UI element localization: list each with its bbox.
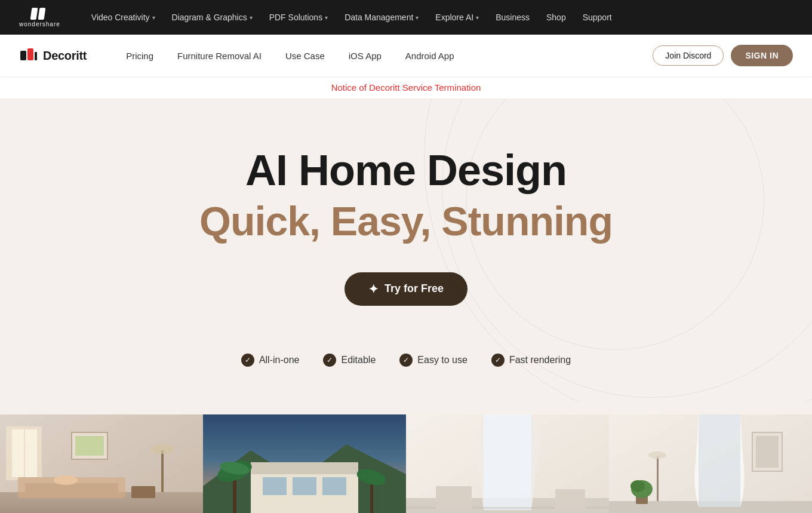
nav-pdf-solutions[interactable]: PDF Solutions ▾ <box>262 9 335 26</box>
chevron-icon: ▾ <box>476 14 479 21</box>
svg-rect-1 <box>27 48 33 60</box>
hero-title: AI Home Design <box>12 147 800 194</box>
wondershare-logo[interactable]: wondershare <box>19 8 60 27</box>
svg-point-47 <box>630 480 645 492</box>
sparkle-icon: ✦ <box>368 282 379 296</box>
svg-rect-2 <box>35 52 37 60</box>
gallery-image-2 <box>203 414 406 513</box>
svg-rect-40 <box>699 414 740 507</box>
gallery-item <box>203 414 406 513</box>
gallery-item <box>0 414 203 513</box>
feature-label: All-in-one <box>259 355 300 365</box>
room-svg-3 <box>406 414 609 513</box>
nav-data-management[interactable]: Data Management ▾ <box>337 9 426 26</box>
svg-rect-37 <box>555 489 585 510</box>
check-icon: ✓ <box>399 354 413 367</box>
features-row: ✓ All-in-one ✓ Editable ✓ Easy to use ✓ … <box>12 354 800 367</box>
nav-android-app[interactable]: Android App <box>396 46 464 66</box>
chevron-icon: ▾ <box>416 14 419 21</box>
nav-shop[interactable]: Shop <box>539 9 573 26</box>
room-svg-1 <box>0 414 203 513</box>
feature-label: Editable <box>341 355 376 365</box>
feature-label: Fast rendering <box>509 355 571 365</box>
check-icon: ✓ <box>491 354 505 367</box>
hero-section: AI Home Design Quick, Easy, Stunning ✦ T… <box>0 99 812 403</box>
notice-banner[interactable]: Notice of Decoritt Service Termination <box>0 76 812 99</box>
hero-subtitle: Quick, Easy, Stunning <box>12 199 800 244</box>
wondershare-logo-icon <box>31 8 48 20</box>
gallery <box>0 414 812 513</box>
chevron-icon: ▾ <box>250 14 253 21</box>
svg-rect-36 <box>436 486 472 510</box>
feature-all-in-one: ✓ All-in-one <box>241 354 300 367</box>
svg-rect-28 <box>370 480 373 513</box>
nav-explore-ai[interactable]: Explore AI ▾ <box>428 9 486 26</box>
svg-rect-44 <box>756 436 779 468</box>
notice-text: Notice of Decoritt Service Termination <box>331 82 481 93</box>
chevron-icon: ▾ <box>325 14 328 21</box>
svg-point-12 <box>54 475 78 485</box>
nav-video-creativity[interactable]: Video Creativity ▾ <box>84 9 162 26</box>
room-svg-4 <box>609 414 812 513</box>
svg-rect-11 <box>118 479 125 492</box>
gallery-image-4 <box>609 414 812 513</box>
svg-rect-13 <box>131 486 155 498</box>
nav-ios-app[interactable]: iOS App <box>339 46 391 66</box>
gallery-item <box>406 414 609 513</box>
top-nav-items: Video Creativity ▾ Diagram & Graphics ▾ … <box>84 9 793 26</box>
svg-rect-0 <box>20 51 26 60</box>
nav-pricing[interactable]: Pricing <box>116 46 163 66</box>
decoritt-logo[interactable]: Decoritt <box>19 46 87 65</box>
top-nav: wondershare Video Creativity ▾ Diagram &… <box>0 0 812 35</box>
check-icon: ✓ <box>241 354 254 367</box>
svg-rect-24 <box>322 477 346 495</box>
gallery-image-1 <box>0 414 203 513</box>
decoritt-logo-text: Decoritt <box>43 49 87 63</box>
svg-rect-14 <box>161 450 164 492</box>
feature-editable: ✓ Editable <box>323 354 376 367</box>
check-icon: ✓ <box>323 354 336 367</box>
try-for-free-button[interactable]: ✦ Try for Free <box>345 272 467 306</box>
nav-support[interactable]: Support <box>576 9 619 26</box>
svg-rect-6 <box>12 429 24 477</box>
room-svg-2 <box>203 414 406 513</box>
nav-business[interactable]: Business <box>488 9 537 26</box>
svg-point-42 <box>648 451 666 459</box>
sign-in-button[interactable]: SIGN IN <box>731 45 793 66</box>
second-nav-items: Pricing Furniture Removal AI Use Case iO… <box>116 46 653 66</box>
second-nav-actions: Join Discord SIGN IN <box>653 45 793 66</box>
feature-label: Easy to use <box>417 355 467 365</box>
feature-fast-rendering: ✓ Fast rendering <box>491 354 571 367</box>
nav-furniture-removal[interactable]: Furniture Removal AI <box>168 46 271 66</box>
second-nav: Decoritt Pricing Furniture Removal AI Us… <box>0 35 812 76</box>
chevron-icon: ▾ <box>152 14 155 21</box>
svg-rect-34 <box>484 414 531 510</box>
gallery-image-3 <box>406 414 609 513</box>
try-button-label: Try for Free <box>385 282 444 295</box>
gallery-item <box>609 414 812 513</box>
nav-diagram-graphics[interactable]: Diagram & Graphics ▾ <box>165 9 260 26</box>
svg-rect-21 <box>251 462 358 474</box>
svg-point-15 <box>152 444 173 454</box>
decoritt-logo-icon <box>19 46 38 65</box>
svg-rect-10 <box>18 479 25 492</box>
feature-easy-to-use: ✓ Easy to use <box>399 354 467 367</box>
wondershare-logo-text: wondershare <box>19 21 60 27</box>
svg-rect-41 <box>657 456 659 501</box>
svg-rect-22 <box>263 477 287 495</box>
svg-rect-17 <box>75 436 104 456</box>
nav-use-case[interactable]: Use Case <box>276 46 334 66</box>
svg-rect-23 <box>293 477 316 495</box>
svg-rect-7 <box>25 429 37 477</box>
join-discord-button[interactable]: Join Discord <box>653 45 724 66</box>
